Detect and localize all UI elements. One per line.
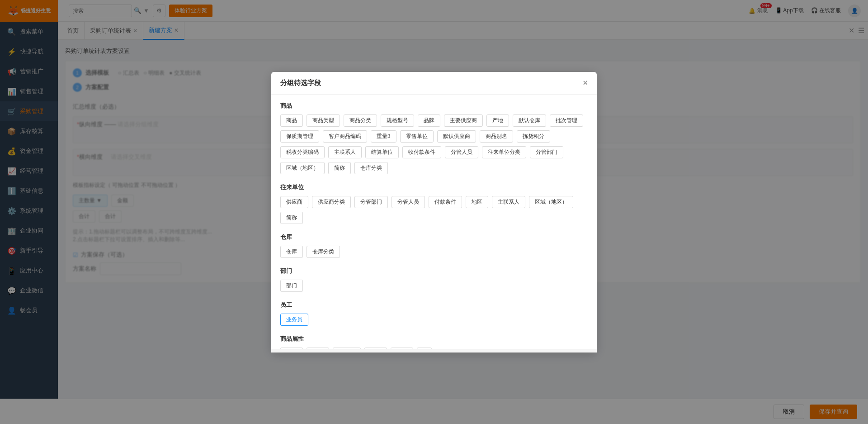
chip-goods-2[interactable]: 商品分类 <box>344 114 377 127</box>
chip-warehouse-1[interactable]: 仓库分类 <box>307 246 340 258</box>
chip-employee-0[interactable]: 业务员 <box>280 314 308 326</box>
chip-goods-17[interactable]: 主联系人 <box>328 146 362 158</box>
chip-goods-24[interactable]: 简称 <box>328 162 351 174</box>
section-title-partner: 往来单位 <box>280 183 588 191</box>
chip-goods-8[interactable]: 批次管理 <box>550 114 583 127</box>
chip-goods-3[interactable]: 规格型号 <box>381 114 414 127</box>
chip-goods-5[interactable]: 主要供应商 <box>444 114 483 127</box>
modal-body: 商品商品商品类型商品分类规格型号品牌主要供应商产地默认仓库批次管理保质期管理客户… <box>271 95 597 349</box>
modal-close-button[interactable]: × <box>583 78 588 88</box>
chip-goods-1[interactable]: 商品类型 <box>307 114 340 127</box>
section-partner: 往来单位供应商供应商分类分管部门分管人员付款条件地区主联系人区域（地区）简称 <box>280 183 588 224</box>
chip-partner-0[interactable]: 供应商 <box>280 196 308 208</box>
chips-goods: 商品商品类型商品分类规格型号品牌主要供应商产地默认仓库批次管理保质期管理客户商品… <box>280 114 588 174</box>
section-warehouse: 仓库仓库仓库分类 <box>280 233 588 258</box>
chip-goods-11[interactable]: 重量3 <box>371 130 396 143</box>
section-department: 部门部门 <box>280 267 588 292</box>
chip-partner-6[interactable]: 主联系人 <box>492 196 525 208</box>
chip-goods-7[interactable]: 默认仓库 <box>513 114 546 127</box>
chip-partner-7[interactable]: 区域（地区） <box>529 196 573 208</box>
chip-goods-4[interactable]: 品牌 <box>418 114 440 127</box>
chips-warehouse: 仓库仓库分类 <box>280 246 588 258</box>
modal-footer-bar <box>271 349 597 352</box>
section-title-product-attr: 商品属性 <box>280 335 588 343</box>
chip-goods-20[interactable]: 分管人员 <box>445 146 478 158</box>
chip-goods-19[interactable]: 收付款条件 <box>402 146 441 158</box>
chip-goods-10[interactable]: 客户商品编码 <box>323 130 367 143</box>
chip-goods-16[interactable]: 税收分类编码 <box>280 146 325 158</box>
chip-partner-5[interactable]: 地区 <box>466 196 488 208</box>
chips-employee: 业务员 <box>280 314 588 326</box>
chip-department-0[interactable]: 部门 <box>280 280 303 292</box>
chip-goods-15[interactable]: 拣货积分 <box>517 130 550 143</box>
chip-partner-8[interactable]: 简称 <box>280 212 303 224</box>
chip-goods-13[interactable]: 默认供应商 <box>437 130 476 143</box>
section-title-department: 部门 <box>280 267 588 275</box>
modal-dialog: 分组待选字段 × 商品商品商品类型商品分类规格型号品牌主要供应商产地默认仓库批次… <box>271 72 597 353</box>
chip-partner-2[interactable]: 分管部门 <box>354 196 388 208</box>
chip-partner-3[interactable]: 分管人员 <box>392 196 425 208</box>
section-title-employee: 员工 <box>280 301 588 309</box>
chip-goods-22[interactable]: 分管部门 <box>530 146 563 158</box>
modal-title: 分组待选字段 <box>280 79 321 87</box>
chips-partner: 供应商供应商分类分管部门分管人员付款条件地区主联系人区域（地区）简称 <box>280 196 588 224</box>
modal-header: 分组待选字段 × <box>271 72 597 95</box>
chip-goods-6[interactable]: 产地 <box>486 114 509 127</box>
chip-goods-25[interactable]: 仓库分类 <box>354 162 388 174</box>
modal-overlay: 分组待选字段 × 商品商品商品类型商品分类规格型号品牌主要供应商产地默认仓库批次… <box>0 0 868 424</box>
chip-partner-4[interactable]: 付款条件 <box>429 196 462 208</box>
chip-goods-23[interactable]: 区域（地区） <box>280 162 325 174</box>
section-goods: 商品商品商品类型商品分类规格型号品牌主要供应商产地默认仓库批次管理保质期管理客户… <box>280 102 588 174</box>
section-product-attr: 商品属性属性颜色多规格尺码鞋码1 <box>280 335 588 349</box>
section-title-warehouse: 仓库 <box>280 233 588 241</box>
chip-warehouse-0[interactable]: 仓库 <box>280 246 303 258</box>
section-title-goods: 商品 <box>280 102 588 110</box>
chips-department: 部门 <box>280 280 588 292</box>
chip-goods-0[interactable]: 商品 <box>280 114 303 127</box>
chip-goods-14[interactable]: 商品别名 <box>480 130 513 143</box>
chip-goods-9[interactable]: 保质期管理 <box>280 130 319 143</box>
chip-goods-21[interactable]: 往来单位分类 <box>482 146 526 158</box>
chip-goods-18[interactable]: 结算单位 <box>365 146 399 158</box>
chip-goods-12[interactable]: 零售单位 <box>400 130 434 143</box>
chip-partner-1[interactable]: 供应商分类 <box>312 196 351 208</box>
section-employee: 员工业务员 <box>280 301 588 326</box>
